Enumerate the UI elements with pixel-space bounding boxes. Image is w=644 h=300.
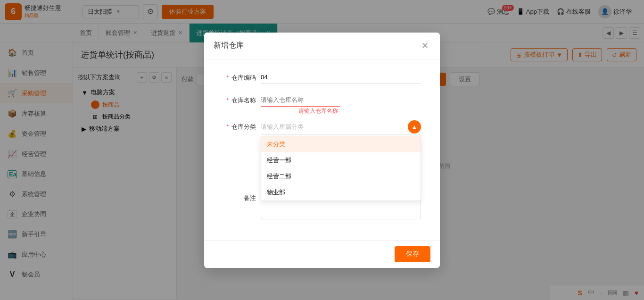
warehouse-name-error: 请输入仓库名称 <box>298 107 338 115</box>
modal-overlay: 新增仓库 ✕ * 仓库编码 * 仓库名称 请输入仓库名称 <box>0 0 644 300</box>
modal-close-button[interactable]: ✕ <box>419 40 430 51</box>
dropdown-item-property[interactable]: 物业部 <box>261 184 421 200</box>
warehouse-code-input[interactable] <box>261 71 421 84</box>
remark-label: 备注 <box>223 191 261 202</box>
dropdown-item-uncategorized[interactable]: 未分类 <box>261 136 421 152</box>
warehouse-category-label: * 仓库分类 <box>223 120 261 131</box>
form-row-name: * 仓库名称 请输入仓库名称 <box>223 93 421 107</box>
warehouse-name-label: * 仓库名称 <box>223 93 261 105</box>
warehouse-code-label: * 仓库编码 <box>223 71 261 82</box>
form-row-code: * 仓库编码 <box>223 71 421 84</box>
form-row-category: * 仓库分类 请输入所属分类 ▲ 未分类 经营一部 经营二部 物业部 <box>223 120 421 134</box>
modal-header: 新增仓库 ✕ <box>204 33 440 59</box>
chevron-up-icon: ▲ <box>408 120 421 133</box>
warehouse-name-input[interactable] <box>261 93 340 107</box>
dropdown-item-dept2[interactable]: 经营二部 <box>261 168 421 184</box>
dropdown-item-dept1[interactable]: 经营一部 <box>261 152 421 168</box>
category-dropdown-trigger[interactable]: 请输入所属分类 ▲ <box>261 120 421 134</box>
modal-body: * 仓库编码 * 仓库名称 请输入仓库名称 * <box>204 59 440 240</box>
new-warehouse-modal: 新增仓库 ✕ * 仓库编码 * 仓库名称 请输入仓库名称 <box>204 33 440 268</box>
modal-footer: 保存 <box>204 240 440 268</box>
modal-title: 新增仓库 <box>214 41 244 50</box>
category-dropdown-list: 未分类 经营一部 经营二部 物业部 <box>261 136 421 201</box>
save-button[interactable]: 保存 <box>395 246 430 262</box>
